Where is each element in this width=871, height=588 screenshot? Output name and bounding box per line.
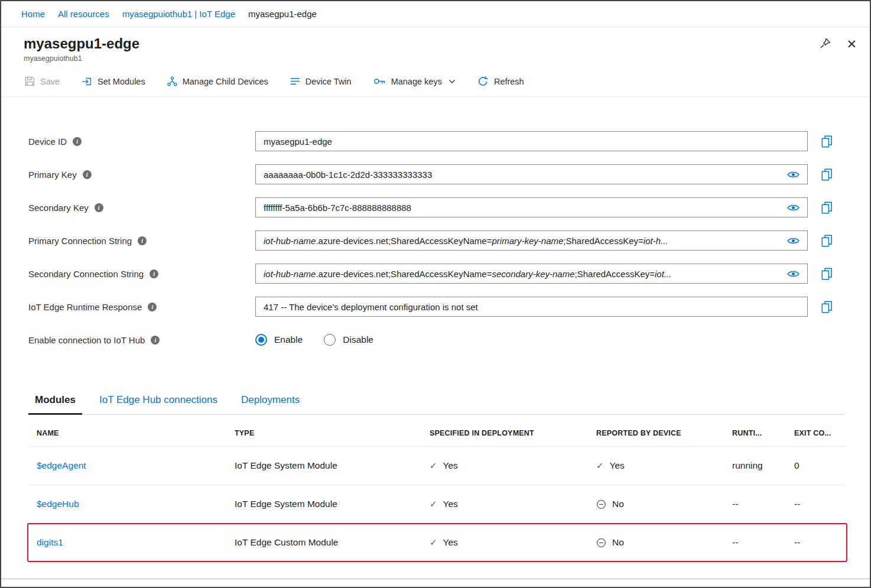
- set-modules-button[interactable]: Set Modules: [82, 77, 145, 86]
- form-row-runtime-response: IoT Edge Runtime Response i 417 -- The d…: [28, 297, 870, 317]
- secondary-connection-string-label: Secondary Connection String: [28, 269, 144, 279]
- refresh-button[interactable]: Refresh: [477, 76, 524, 87]
- module-type: IoT Edge System Module: [235, 460, 430, 471]
- column-header-reported: REPORTED BY DEVICE: [596, 429, 732, 437]
- module-type: IoT Edge Custom Module: [235, 537, 430, 548]
- close-button[interactable]: ✕: [846, 38, 857, 50]
- page-header: myasegpu1-edge myasegpuiothub1 ✕: [1, 27, 870, 66]
- reported-cell: No: [596, 499, 732, 509]
- breadcrumb: Home All resources myasegpuiothub1 | IoT…: [1, 1, 870, 27]
- info-icon[interactable]: i: [138, 236, 147, 245]
- reported-cell: ✓ Yes: [596, 460, 732, 471]
- primary-key-value: aaaaaaaa-0b0b-1c1c-2d2d-333333333333: [264, 170, 432, 180]
- check-icon: ✓: [430, 499, 437, 509]
- breadcrumb-current: myasegpu1-edge: [248, 9, 317, 19]
- info-icon[interactable]: i: [73, 137, 82, 146]
- copy-icon[interactable]: [821, 202, 833, 214]
- pin-button[interactable]: [820, 38, 831, 51]
- manage-keys-button[interactable]: Manage keys: [373, 77, 456, 86]
- check-icon: ✓: [430, 537, 437, 548]
- eye-icon[interactable]: [781, 270, 800, 278]
- manage-child-devices-button[interactable]: Manage Child Devices: [167, 76, 268, 86]
- breadcrumb-all-resources[interactable]: All resources: [58, 9, 109, 19]
- eye-icon[interactable]: [781, 204, 800, 212]
- tab-modules[interactable]: Modules: [28, 389, 82, 414]
- runtime-response-input[interactable]: 417 -- The device's deployment configura…: [255, 297, 808, 317]
- specified-value: Yes: [443, 460, 458, 471]
- form-row-connection-toggle: Enable connection to IoT Hub i Enable Di…: [28, 330, 870, 350]
- secondary-key-input[interactable]: ffffffff-5a5a-6b6b-7c7c-888888888888: [255, 197, 808, 217]
- column-header-specified: SPECIFIED IN DEPLOYMENT: [430, 429, 596, 437]
- primary-connection-string-input[interactable]: iot-hub-name.azure-devices.net;SharedAcc…: [255, 230, 808, 251]
- info-icon[interactable]: i: [151, 336, 160, 345]
- tab-iot-edge-hub-connections[interactable]: IoT Edge Hub connections: [93, 389, 224, 414]
- secondary-connection-string-input[interactable]: iot-hub-name.azure-devices.net;SharedAcc…: [255, 264, 808, 284]
- radio-selected-icon: [255, 334, 267, 346]
- form-row-primary-connection-string: Primary Connection String i iot-hub-name…: [28, 230, 870, 251]
- page-title: myasegpu1-edge: [24, 35, 847, 52]
- set-modules-icon: [82, 77, 92, 86]
- runtime-response-value: 417 -- The device's deployment configura…: [264, 302, 478, 312]
- info-icon[interactable]: i: [95, 203, 103, 212]
- column-header-runtime: RUNTI...: [732, 429, 794, 437]
- save-icon: [25, 76, 35, 86]
- exit-code: 0: [794, 460, 845, 471]
- reported-value: No: [612, 537, 624, 548]
- table-row: $edgeAgent IoT Edge System Module ✓ Yes …: [28, 447, 845, 485]
- column-header-exit-code: EXIT CO...: [794, 429, 845, 437]
- close-icon: ✕: [846, 38, 857, 50]
- specified-value: Yes: [443, 499, 458, 509]
- copy-icon[interactable]: [821, 301, 833, 313]
- device-properties: Device ID i myasegpu1-edge Primary Key i…: [1, 97, 870, 350]
- runtime-status: --: [732, 537, 794, 548]
- copy-icon[interactable]: [821, 268, 833, 280]
- runtime-status: --: [732, 499, 794, 509]
- eye-icon[interactable]: [781, 237, 800, 245]
- minus-circle-icon: [596, 499, 606, 509]
- primary-key-label: Primary Key: [28, 170, 77, 180]
- reported-value: No: [612, 499, 624, 509]
- radio-disable-label: Disable: [343, 334, 373, 345]
- save-button[interactable]: Save: [25, 76, 60, 86]
- copy-icon[interactable]: [821, 235, 833, 247]
- specified-cell: ✓ Yes: [430, 460, 596, 471]
- column-header-type: TYPE: [235, 429, 430, 437]
- tab-deployments[interactable]: Deployments: [235, 389, 306, 414]
- primary-key-input[interactable]: aaaaaaaa-0b0b-1c1c-2d2d-333333333333: [255, 164, 808, 184]
- breadcrumb-iothub[interactable]: myasegpuiothub1 | IoT Edge: [122, 9, 235, 19]
- copy-icon[interactable]: [821, 168, 833, 181]
- refresh-icon: [477, 76, 489, 87]
- connection-toggle-group: Enable Disable: [255, 334, 373, 346]
- table-header: NAME TYPE SPECIFIED IN DEPLOYMENT REPORT…: [28, 415, 845, 447]
- radio-enable-label: Enable: [274, 334, 303, 345]
- table-row-highlighted: digits1 IoT Edge Custom Module ✓ Yes No …: [28, 524, 845, 562]
- module-link[interactable]: digits1: [37, 537, 235, 548]
- check-icon: ✓: [596, 460, 604, 471]
- device-id-input[interactable]: myasegpu1-edge: [255, 131, 808, 151]
- info-icon[interactable]: i: [148, 303, 157, 311]
- specified-cell: ✓ Yes: [430, 499, 596, 509]
- form-row-device-id: Device ID i myasegpu1-edge: [28, 131, 870, 151]
- radio-disable[interactable]: Disable: [324, 334, 373, 346]
- device-detail-page: Home All resources myasegpuiothub1 | IoT…: [0, 0, 871, 588]
- form-row-primary-key: Primary Key i aaaaaaaa-0b0b-1c1c-2d2d-33…: [28, 164, 870, 184]
- module-link[interactable]: $edgeHub: [37, 499, 235, 509]
- breadcrumb-home[interactable]: Home: [21, 9, 45, 19]
- copy-icon[interactable]: [821, 135, 833, 148]
- reported-cell: No: [596, 537, 732, 548]
- eye-icon[interactable]: [781, 171, 800, 178]
- form-row-secondary-connection-string: Secondary Connection String i iot-hub-na…: [28, 264, 870, 284]
- info-icon[interactable]: i: [150, 269, 158, 278]
- column-header-name: NAME: [37, 429, 235, 437]
- device-twin-button[interactable]: Device Twin: [290, 77, 352, 86]
- hierarchy-icon: [167, 76, 177, 86]
- exit-code: --: [794, 499, 845, 509]
- module-link[interactable]: $edgeAgent: [37, 460, 235, 471]
- secondary-key-value: ffffffff-5a5a-6b6b-7c7c-888888888888: [264, 203, 411, 213]
- command-bar: Save Set Modules Manage Child Devices De…: [1, 66, 870, 97]
- radio-enable[interactable]: Enable: [255, 334, 303, 346]
- bottom-divider: [1, 579, 870, 579]
- runtime-response-label: IoT Edge Runtime Response: [28, 302, 142, 312]
- info-icon[interactable]: i: [83, 170, 92, 179]
- primary-connection-string-label: Primary Connection String: [28, 236, 132, 246]
